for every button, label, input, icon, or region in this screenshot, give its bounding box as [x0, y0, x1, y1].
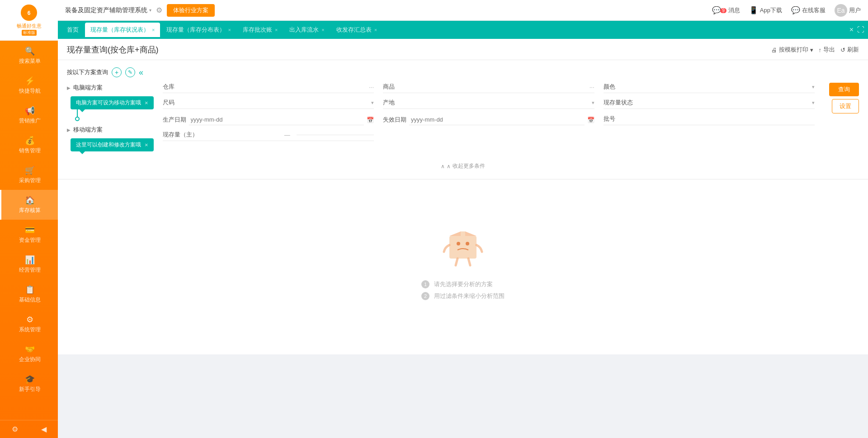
- expiry-date-input[interactable]: [409, 114, 584, 125]
- message-badge: 9: [720, 8, 726, 13]
- basic-info-icon: 📋: [25, 285, 35, 295]
- sales-icon: 💰: [25, 136, 35, 146]
- sidebar-item-system-label: 系统管理: [19, 326, 41, 334]
- print-btn[interactable]: 🖨 按模板打印 ▾: [771, 46, 813, 54]
- filter-size: 尺码 ▾: [163, 99, 374, 109]
- app-logo-icon: 6: [21, 5, 37, 21]
- tab-close-all-icon[interactable]: ×: [849, 26, 854, 34]
- warehouse-dots[interactable]: ···: [369, 84, 374, 90]
- filter-back-btn[interactable]: «: [139, 68, 143, 77]
- tab-close-3[interactable]: ×: [275, 27, 278, 33]
- system-settings-icon[interactable]: ⚙: [156, 6, 162, 14]
- export-label: 导出: [823, 46, 835, 54]
- sidebar-item-quick-nav-label: 快捷导航: [19, 87, 41, 95]
- tab-close-1[interactable]: ×: [152, 27, 155, 33]
- stock-status-arrow-icon[interactable]: ▾: [812, 100, 815, 106]
- step1-num: 1: [421, 280, 429, 288]
- tab-inout-flow[interactable]: 出入库流水 ×: [284, 23, 330, 37]
- expiry-date-calendar-icon[interactable]: 📅: [587, 117, 594, 123]
- tab-home[interactable]: 首页: [61, 26, 84, 34]
- tooltip-mobile-text: 电脑方案可设为移动方案哦 ×: [71, 96, 154, 109]
- sidebar-item-inventory[interactable]: 🏠 库存核算: [0, 190, 58, 220]
- filter-expiry-date: 失效日期 📅: [383, 114, 594, 125]
- page-title-row: 现存量查询(按仓库+商品) 🖨 按模板打印 ▾ ↑ 导出 ↺ 刷新: [67, 44, 859, 60]
- scheme-group-desktop-header[interactable]: ▶ 电脑端方案: [67, 83, 154, 93]
- step2-num: 2: [421, 292, 429, 300]
- tab-close-5[interactable]: ×: [374, 27, 377, 33]
- sidebar-item-search[interactable]: 🔍 搜索菜单: [0, 41, 58, 71]
- production-date-label: 生产日期: [163, 116, 186, 124]
- sidebar-item-purchase-label: 采购管理: [19, 177, 41, 184]
- tooltip-create-close[interactable]: ×: [145, 141, 148, 148]
- sidebar-item-system[interactable]: ⚙ 系统管理: [0, 309, 58, 339]
- empty-step-2: 2 用过滤条件来缩小分析范围: [421, 292, 505, 300]
- tab-receive-summary[interactable]: 收发存汇总表 ×: [331, 23, 382, 37]
- plus-icon: +: [115, 69, 118, 76]
- filter-right-area: 仓库 ··· 商品 ···: [163, 83, 815, 145]
- sidebar-item-operations[interactable]: 📊 经营管理: [0, 250, 58, 279]
- sidebar-item-purchase[interactable]: 🛒 采购管理: [0, 160, 58, 190]
- tab-close-2[interactable]: ×: [228, 27, 231, 33]
- query-action-area: 查询 设置: [829, 83, 859, 113]
- filter-add-btn[interactable]: +: [112, 67, 122, 77]
- online-support-action[interactable]: 💬 在线客服: [791, 6, 826, 14]
- sidebar-collapse-btn[interactable]: ◀: [41, 425, 47, 433]
- tab-maximize-icon[interactable]: ⛶: [857, 26, 864, 34]
- industry-btn[interactable]: 体验行业方案: [167, 4, 215, 17]
- size-arrow-icon[interactable]: ▾: [371, 100, 374, 106]
- sidebar-item-marketing[interactable]: 📢 营销推广: [0, 100, 58, 130]
- app-download-action[interactable]: 📱 App下载: [749, 6, 782, 14]
- system-name-select[interactable]: 装备及固定资产辅助管理系统 ▾: [65, 6, 151, 14]
- sidebar-item-operations-label: 经营管理: [19, 266, 41, 274]
- export-icon: ↑: [819, 47, 822, 53]
- size-label: 尺码: [163, 99, 175, 107]
- filter-edit-btn[interactable]: ✎: [125, 67, 135, 77]
- message-action[interactable]: 💬 9 消息: [712, 6, 740, 14]
- collapse-btn[interactable]: ∧ ∧ 收起更多条件: [67, 162, 859, 170]
- export-btn[interactable]: ↑ 导出: [819, 46, 835, 54]
- tab-inventory-distribution[interactable]: 现存量（库存分布表） ×: [161, 23, 236, 37]
- scheme-group-mobile-header[interactable]: ▶ 移动端方案: [67, 125, 154, 135]
- sidebar-settings-btn[interactable]: ⚙: [12, 425, 18, 433]
- sidebar: 6 畅通好生意 标准版 🔍 搜索菜单 ⚡ 快捷导航 📢 营销推广 💰 销售管理 …: [0, 0, 58, 438]
- edit-icon: ✎: [128, 69, 132, 75]
- origin-label: 产地: [383, 99, 395, 107]
- header-right: 💬 9 消息 📱 App下载 💬 在线客服 Ea 用户: [712, 4, 861, 17]
- app-tag: 标准版: [22, 30, 37, 36]
- filter-warehouse: 仓库 ···: [163, 83, 374, 93]
- inventory-icon: 🏠: [25, 195, 35, 205]
- filter-label-text: 按以下方案查询: [67, 68, 108, 76]
- scheme-group-mobile: ▶ 移动端方案: [67, 125, 154, 135]
- svg-point-4: [457, 242, 460, 245]
- tooltip-add-text: 电脑方案可设为移动方案哦: [76, 99, 141, 107]
- sidebar-item-quick-nav[interactable]: ⚡ 快捷导航: [0, 71, 58, 100]
- sidebar-item-finance[interactable]: 💳 资金管理: [0, 220, 58, 250]
- production-date-input[interactable]: [189, 114, 364, 125]
- tab-bar-right: × ⛶: [849, 26, 864, 34]
- sidebar-nav: 🔍 搜索菜单 ⚡ 快捷导航 📢 营销推广 💰 销售管理 🛒 采购管理 🏠 库存核…: [0, 41, 58, 420]
- sidebar-item-guide[interactable]: 🎓 新手引导: [0, 369, 58, 399]
- scheme-panel: ▶ 电脑端方案 电脑方案可设为移动方案哦 ×: [67, 83, 154, 151]
- tab-close-4[interactable]: ×: [321, 27, 324, 33]
- print-icon: 🖨: [771, 47, 777, 53]
- message-label: 消息: [728, 6, 740, 14]
- goods-dots[interactable]: ···: [590, 84, 594, 90]
- color-arrow-icon[interactable]: ▾: [812, 84, 815, 90]
- sidebar-item-enterprise[interactable]: 🤝 企业协同: [0, 339, 58, 369]
- svg-text:6: 6: [28, 10, 31, 16]
- query-btn[interactable]: 查询: [829, 83, 859, 96]
- app-download-label: App下载: [760, 6, 782, 14]
- tooltip-create-text: 这里可以创建和修改方案哦 ×: [71, 138, 154, 151]
- tab-inventory-status[interactable]: 现存量（库存状况表） ×: [85, 23, 160, 37]
- tab-batch-account[interactable]: 库存批次账 ×: [237, 23, 283, 37]
- origin-arrow-icon[interactable]: ▾: [592, 100, 594, 106]
- sidebar-item-basic-info[interactable]: 📋 基础信息: [0, 279, 58, 309]
- user-action[interactable]: Ea 用户: [835, 4, 861, 17]
- production-date-calendar-icon[interactable]: 📅: [367, 117, 374, 123]
- tooltip-add-close[interactable]: ×: [145, 99, 148, 106]
- refresh-btn[interactable]: ↺ 刷新: [840, 46, 859, 54]
- sidebar-item-marketing-label: 营销推广: [19, 117, 41, 125]
- tab-batch-account-label: 库存批次账: [243, 26, 272, 34]
- sidebar-item-sales[interactable]: 💰 销售管理: [0, 130, 58, 160]
- reset-btn[interactable]: 设置: [832, 99, 859, 113]
